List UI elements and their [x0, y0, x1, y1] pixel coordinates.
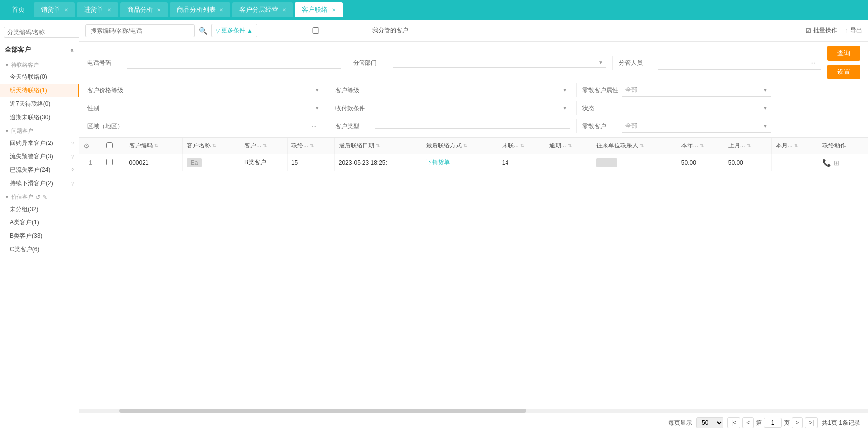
- filter-retail-attr-select[interactable]: 全部 ▼: [622, 84, 771, 97]
- select-all-checkbox[interactable]: [106, 142, 113, 148]
- nav-purchase[interactable]: 进货单 ✕: [77, 2, 118, 17]
- nav-product-analysis-list[interactable]: 商品分析列表 ✕: [170, 2, 230, 17]
- sidebar-item-today[interactable]: 今天待联络(0): [0, 71, 79, 84]
- first-page-btn[interactable]: |<: [727, 417, 740, 428]
- sidebar-all-customers[interactable]: 全部客户 «: [0, 41, 79, 58]
- filter-retail-customer-select[interactable]: 全部 ▼: [622, 120, 771, 133]
- region-ellipsis-btn[interactable]: ···: [309, 122, 320, 131]
- row-checkbox[interactable]: [106, 159, 113, 165]
- sidebar-item-class-a[interactable]: A类客户(1): [0, 216, 79, 229]
- cell-row-num: 1: [79, 154, 102, 171]
- filter-value-grade-select[interactable]: ▼: [127, 85, 323, 95]
- col-type[interactable]: 客户...⇅: [240, 138, 288, 154]
- sidebar-item-class-c[interactable]: C类客户(6): [0, 243, 79, 256]
- col-last-contact-method[interactable]: 最后联络方式⇅: [422, 138, 498, 154]
- cell-last-contact-method[interactable]: 下销货单: [422, 154, 498, 171]
- nav-customer-tier[interactable]: 客户分层经营 ✕: [232, 2, 293, 17]
- col-last-contact-date[interactable]: 最后联络日期⇅: [334, 138, 422, 154]
- close-sales-icon[interactable]: ✕: [64, 7, 68, 13]
- col-last-month[interactable]: 上月...⇅: [724, 138, 771, 154]
- col-uncontacted[interactable]: 未联...⇅: [498, 138, 545, 154]
- help-icon-declining[interactable]: ?: [71, 181, 74, 187]
- help-icon-churned[interactable]: ?: [71, 167, 74, 173]
- sidebar-search-area: 🔍: [0, 24, 79, 41]
- export-icon: ↑: [845, 27, 848, 34]
- filter-phone: 电话号码: [87, 57, 341, 69]
- my-customers-checkbox-label[interactable]: 我分管的客户: [261, 26, 408, 35]
- sort-this-month-icon: ⇅: [794, 143, 798, 148]
- manager-ellipsis-btn[interactable]: ···: [807, 58, 818, 67]
- search-icon[interactable]: 🔍: [199, 27, 207, 35]
- filter-retail-attr: 零散客户属性 全部 ▼: [582, 84, 771, 97]
- filter-phone-input[interactable]: [127, 57, 341, 69]
- sidebar-section-pending: 待联络客户: [0, 58, 79, 71]
- nav-customer-contact[interactable]: 客户联络 ✕: [295, 2, 343, 17]
- col-overdue[interactable]: 逾期...⇅: [545, 138, 592, 154]
- cell-checkbox[interactable]: [102, 154, 125, 171]
- filter-payment-select[interactable]: ▼: [375, 103, 571, 113]
- close-customer-contact-icon[interactable]: ✕: [332, 7, 336, 13]
- sidebar: 🔍 全部客户 « 待联络客户 今天待联络(0) 明天待联络(1) 近7天待联络(…: [0, 20, 79, 432]
- horizontal-scrollbar[interactable]: [79, 409, 868, 413]
- sidebar-item-churn-warning[interactable]: 流失预警客户(3) ?: [0, 150, 79, 163]
- action-icons: 📞 ⊞: [822, 159, 864, 167]
- prev-page-btn[interactable]: <: [742, 417, 754, 428]
- sidebar-item-week[interactable]: 近7天待联络(0): [0, 97, 79, 111]
- batch-op-btn[interactable]: ☑ 批量操作: [806, 26, 837, 35]
- nav-home[interactable]: 首页: [5, 2, 32, 17]
- col-code[interactable]: 客户编码⇅: [125, 138, 182, 154]
- checkbox-icon: ☑: [806, 27, 811, 34]
- page-size-select[interactable]: 50 100 200: [696, 417, 723, 428]
- sidebar-item-ungrouped[interactable]: 未分组(32): [0, 203, 79, 216]
- nav-product-analysis[interactable]: 商品分析 ✕: [120, 2, 168, 17]
- nav-sales[interactable]: 销货单 ✕: [34, 2, 75, 17]
- filter-customer-grade-select[interactable]: ▼: [375, 85, 571, 95]
- last-contact-method-link[interactable]: 下销货单: [426, 159, 450, 166]
- sidebar-item-declining[interactable]: 持续下滑客户(2) ?: [0, 177, 79, 190]
- sidebar-item-class-b[interactable]: B类客户(33): [0, 229, 79, 243]
- col-liaison[interactable]: 往来单位联系人⇅: [592, 138, 677, 154]
- chevron-down-status-icon: ▼: [763, 105, 768, 111]
- gear-icon[interactable]: ⚙: [83, 142, 90, 150]
- filter-customer-type-select[interactable]: [375, 124, 571, 129]
- close-customer-tier-icon[interactable]: ✕: [282, 7, 286, 13]
- data-table-wrap: ⚙ 客户编码⇅ 客户名称⇅ 客户...⇅ 联络...⇅ 最后联络日期⇅ 最后联络…: [79, 138, 868, 409]
- scrollbar-thumb[interactable]: [119, 409, 526, 413]
- last-page-btn[interactable]: >|: [805, 417, 818, 428]
- more-conditions-btn[interactable]: ▽ 更多条件 ▲: [211, 24, 257, 37]
- col-this-year[interactable]: 本年...⇅: [677, 138, 724, 154]
- filter-gender-select[interactable]: ▼: [127, 103, 323, 113]
- sidebar-search-input[interactable]: [4, 27, 79, 38]
- setting-button[interactable]: 设置: [827, 65, 860, 79]
- col-name[interactable]: 客户名称⇅: [182, 138, 240, 154]
- col-checkbox[interactable]: [102, 138, 125, 154]
- action-phone-icon[interactable]: 📞: [822, 159, 831, 167]
- my-customers-checkbox[interactable]: [261, 27, 370, 34]
- sidebar-item-churned[interactable]: 已流失客户(24) ?: [0, 163, 79, 177]
- query-button[interactable]: 查询: [827, 46, 860, 61]
- help-icon-churn[interactable]: ?: [71, 154, 74, 160]
- sidebar-item-repurchase-abnormal[interactable]: 回购异常客户(2) ?: [0, 137, 79, 150]
- export-btn[interactable]: ↑ 导出: [845, 26, 862, 35]
- sidebar-item-overdue[interactable]: 逾期未联络(30): [0, 111, 79, 124]
- col-gear[interactable]: ⚙: [79, 138, 102, 154]
- chevron-down-payment-icon: ▼: [562, 105, 567, 111]
- search-input[interactable]: [85, 24, 195, 37]
- close-product-analysis-list-icon[interactable]: ✕: [219, 7, 223, 13]
- cell-liaison: [592, 154, 677, 171]
- close-purchase-icon[interactable]: ✕: [107, 7, 111, 13]
- page-number-input[interactable]: [764, 418, 782, 428]
- sidebar-section-problem: 问题客户: [0, 124, 79, 137]
- help-icon-repurchase[interactable]: ?: [71, 141, 74, 146]
- close-product-analysis-icon[interactable]: ✕: [157, 7, 161, 13]
- action-grid-icon[interactable]: ⊞: [834, 159, 840, 167]
- filter-dept-select[interactable]: ▼: [393, 58, 606, 68]
- refresh-value-icon[interactable]: ↺: [35, 194, 40, 201]
- col-this-month[interactable]: 本月...⇅: [771, 138, 818, 154]
- sidebar-item-tomorrow[interactable]: 明天待联络(1): [0, 84, 79, 97]
- cell-last-contact-date: 2023-05-23 18:25:: [334, 154, 422, 171]
- next-page-btn[interactable]: >: [792, 417, 803, 428]
- filter-status-select[interactable]: ▼: [622, 103, 771, 113]
- col-contact-count[interactable]: 联络...⇅: [287, 138, 334, 154]
- edit-value-icon[interactable]: ✎: [42, 194, 47, 201]
